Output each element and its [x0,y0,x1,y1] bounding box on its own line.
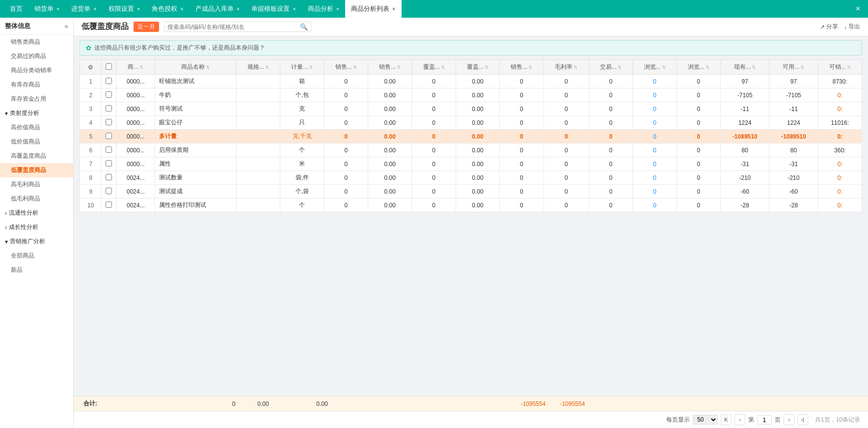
row-checkbox[interactable] [102,157,116,171]
col-settings[interactable]: ⚙ [80,60,102,75]
row-checkbox[interactable] [102,102,116,116]
row-unit: 个,袋 [280,185,324,199]
col-gross-margin[interactable]: 毛利率⇅ [543,60,589,75]
nav-template-settings[interactable]: 单据模板设置 × [245,0,301,18]
sidebar-section-category-analysis[interactable]: ▾ 类射度分析 [0,106,73,120]
sidebar-item-low-value[interactable]: 低价值商品 [0,135,73,149]
row-cover2: 0.00 [456,88,499,102]
share-button[interactable]: ↗ 分享 [820,23,838,31]
row-code: 0000... [116,143,155,157]
window-close-btn[interactable]: × [852,4,864,13]
nav-purchase-order-close[interactable]: × [93,0,96,18]
nav-purchase-order[interactable]: 进货单 × [65,0,102,18]
prev-page-btn[interactable]: ‹ [734,414,745,425]
row-trade: 0 [589,157,632,171]
sidebar-collapse-btn[interactable]: « [64,22,68,30]
row-browse1[interactable]: 0 [633,157,677,171]
sidebar-item-high-value[interactable]: 高价值商品 [0,120,73,135]
row-browse1[interactable]: 0 [633,88,677,102]
col-sales-amt[interactable]: 销售...⇅ [368,60,411,75]
export-button[interactable]: ↓ 导出 [844,23,860,31]
next-page-btn[interactable]: › [784,414,794,425]
row-checkbox[interactable] [102,116,116,130]
row-salable: 0: [818,199,862,212]
row-checkbox[interactable] [102,75,116,88]
row-cover2: 0.00 [456,75,499,88]
nav-home[interactable]: 首页 [4,0,28,18]
row-checkbox[interactable] [102,199,116,212]
nav-permissions[interactable]: 权限设置 × [103,0,146,18]
col-trade[interactable]: 交易...⇅ [589,60,632,75]
row-checkbox[interactable] [102,143,116,157]
sidebar-item-high-coverage[interactable]: 高覆盖度商品 [0,149,73,163]
sidebar-item-category-turnover[interactable]: 商品分类动销率 [0,63,73,78]
col-name[interactable]: 商品名称⇅ [155,60,237,75]
row-checkbox[interactable] [102,185,116,199]
nav-product-analysis-list-close[interactable]: × [392,0,395,18]
row-cover1: 0 [412,130,456,143]
row-browse1[interactable]: 0 [633,75,677,88]
row-browse1[interactable]: 0 [633,171,677,185]
nav-roles-close[interactable]: × [180,0,183,18]
sidebar-item-high-margin[interactable]: 高毛利商品 [0,177,73,192]
col-cover2[interactable]: 覆盖...⇅ [456,60,499,75]
col-salable[interactable]: 可销...⇅ [818,60,862,75]
settings-icon[interactable]: ⚙ [88,64,93,71]
row-browse2: 0 [677,143,720,157]
search-icon[interactable]: 🔍 [300,23,308,30]
nav-template-settings-close[interactable]: × [293,0,296,18]
col-browse2[interactable]: 浏览...⇅ [677,60,720,75]
first-page-btn[interactable]: K [721,414,732,425]
row-browse1[interactable]: 0 [633,116,677,130]
col-unit[interactable]: 计量...⇅ [280,60,324,75]
col-sales-qty[interactable]: 销售...⇅ [324,60,368,75]
per-page-select[interactable]: 50 20 100 200 [693,415,718,425]
sidebar-section-marketing[interactable]: ▾ 营销推广分析 [0,234,73,249]
sidebar-item-inventory-capital[interactable]: 库存资金占用 [0,92,73,106]
period-button[interactable]: 近一月 [134,22,159,32]
row-browse1[interactable]: 0 [633,143,677,157]
row-name: 牛奶 [155,88,237,102]
sidebar-item-low-coverage[interactable]: 低覆盖度商品 [0,163,73,177]
sidebar-item-sales-products[interactable]: 销售类商品 [0,35,73,49]
row-name: 测试提成 [155,185,237,199]
nav-product-analysis[interactable]: 商品分析 × [302,0,345,18]
last-page-btn[interactable]: ›| [797,414,808,425]
row-browse2: 0 [677,171,720,185]
sidebar-item-stocked-products[interactable]: 有库存商品 [0,78,73,92]
row-browse1[interactable]: 0 [633,185,677,199]
nav-sales-order-close[interactable]: × [56,0,59,18]
page-title: 低覆盖度商品 [81,22,129,32]
sidebar-item-all-products[interactable]: 全部商品 [0,249,73,263]
nav-roles[interactable]: 角色授权 × [146,0,189,18]
search-input[interactable] [167,24,300,30]
row-num: 4 [80,116,102,130]
row-browse1[interactable]: 0 [633,102,677,116]
col-spec[interactable]: 规格...⇅ [236,60,280,75]
row-checkbox[interactable] [102,130,116,143]
row-spec [236,102,280,116]
sidebar-item-low-margin[interactable]: 低毛利商品 [0,192,73,206]
page-input[interactable] [757,415,772,425]
col-code[interactable]: 商...⇅ [116,60,155,75]
nav-product-analysis-list[interactable]: 商品分析列表 × [345,0,401,18]
nav-finished-goods[interactable]: 产成品入库单 × [190,0,245,18]
col-available-stock[interactable]: 可用...⇅ [769,60,818,75]
col-cover1[interactable]: 覆盖...⇅ [412,60,456,75]
col-current-stock[interactable]: 现有...⇅ [721,60,769,75]
nav-permissions-close[interactable]: × [137,0,140,18]
sidebar-section-growth[interactable]: › 成长性分析 [0,220,73,234]
row-checkbox[interactable] [102,88,116,102]
row-browse1[interactable]: 0 [633,199,677,212]
col-browse1[interactable]: 浏览...⇅ [633,60,677,75]
nav-finished-goods-close[interactable]: × [237,0,240,18]
select-all-checkbox[interactable] [106,63,112,70]
nav-sales-order[interactable]: 销货单 × [28,0,65,18]
sidebar-item-traded-products[interactable]: 交易过的商品 [0,49,73,63]
sidebar-item-new-products[interactable]: 新品 [0,263,73,277]
row-browse1[interactable]: 0 [633,130,677,143]
row-checkbox[interactable] [102,171,116,185]
col-sales3[interactable]: 销售...⇅ [500,60,543,75]
nav-product-analysis-close[interactable]: × [336,0,339,18]
sidebar-section-liquidity[interactable]: › 流通性分析 [0,206,73,220]
